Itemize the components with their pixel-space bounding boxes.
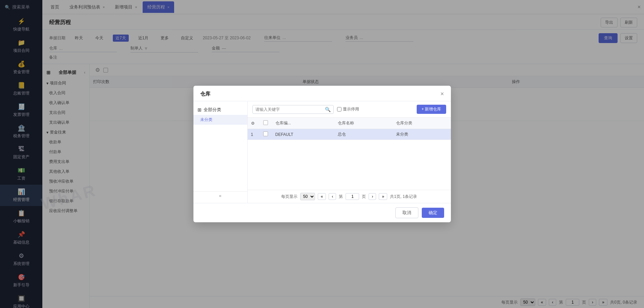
dialog-page-label: 页: [362, 194, 366, 200]
th-settings[interactable]: ⚙: [248, 118, 260, 129]
dialog-toolbar: 🔍 显示停用 + 新增仓库: [248, 101, 451, 118]
dialog-left-item-unclassified[interactable]: 未分类: [193, 115, 247, 125]
dialog-left-panel: ⊞ 全部分类 未分类 «: [193, 101, 248, 203]
dialog-search-icon: 🔍: [325, 107, 331, 112]
dialog-left-all-header[interactable]: ⊞ 全部分类: [193, 105, 247, 115]
row-checkbox[interactable]: [263, 131, 268, 136]
td-index: 1: [248, 129, 260, 140]
dialog-left-collapse-btn[interactable]: «: [193, 191, 247, 200]
dialog-table: ⚙ 仓库编... 仓库名称 仓库分类 1: [248, 118, 451, 140]
dialog-footer: 取消 确定: [193, 203, 451, 222]
dialog-table-header: ⚙ 仓库编... 仓库名称 仓库分类: [248, 118, 451, 129]
dialog-first-btn[interactable]: «: [318, 193, 326, 200]
dialog-last-btn[interactable]: »: [379, 193, 387, 200]
dialog-select-all[interactable]: [263, 120, 268, 125]
th-checkbox[interactable]: [260, 118, 272, 129]
td-category: 未分类: [393, 129, 451, 140]
warehouse-dialog: 仓库 × ⊞ 全部分类 未分类 «: [193, 86, 451, 222]
dialog-collapse-icon: «: [219, 193, 221, 198]
th-code: 仓库编...: [272, 118, 335, 129]
dialog-right-panel: 🔍 显示停用 + 新增仓库 ⚙: [248, 101, 451, 203]
td-checkbox[interactable]: [260, 129, 272, 140]
td-name: 总仓: [334, 129, 393, 140]
dialog-next-btn[interactable]: ›: [369, 193, 376, 200]
show-disabled-label: 显示停用: [343, 106, 359, 112]
dialog-page-input[interactable]: [346, 193, 359, 200]
table-row[interactable]: 1 DEFAULT 总仓 未分类: [248, 129, 451, 140]
confirm-button[interactable]: 确定: [422, 208, 444, 218]
dialog-header: 仓库 ×: [193, 86, 451, 101]
dialog-close-button[interactable]: ×: [440, 90, 444, 98]
dialog-search-input[interactable]: [255, 107, 323, 112]
dialog-table-wrap[interactable]: ⚙ 仓库编... 仓库名称 仓库分类 1: [248, 118, 451, 190]
dialog-left-grid-icon: ⊞: [198, 107, 202, 112]
dialog-per-page-label: 每页显示: [281, 194, 297, 200]
dialog-title: 仓库: [200, 91, 210, 97]
dialog-overlay: 仓库 × ⊞ 全部分类 未分类 «: [0, 0, 644, 308]
dialog-search-box[interactable]: 🔍: [252, 105, 334, 114]
dialog-left-all-label: 全部分类: [204, 107, 221, 113]
th-category: 仓库分类: [393, 118, 451, 129]
td-code: DEFAULT: [272, 129, 335, 140]
dialog-per-page-select[interactable]: 50: [300, 193, 315, 200]
show-disabled-checkbox[interactable]: [337, 107, 341, 111]
th-name: 仓库名称: [334, 118, 393, 129]
dialog-prev-btn[interactable]: ‹: [329, 193, 336, 200]
dialog-body: ⊞ 全部分类 未分类 « 🔍 显示停用: [193, 101, 451, 203]
dialog-pagination: 每页显示 50 « ‹ 第 页 › » 共1页, 1条记录: [248, 190, 451, 203]
dialog-total-text: 共1页, 1条记录: [390, 194, 417, 200]
show-disabled-checkbox-label[interactable]: 显示停用: [337, 106, 359, 112]
cancel-button[interactable]: 取消: [395, 207, 418, 218]
add-warehouse-button[interactable]: + 新增仓库: [417, 105, 446, 114]
dialog-page-label-pre: 第: [339, 194, 343, 200]
